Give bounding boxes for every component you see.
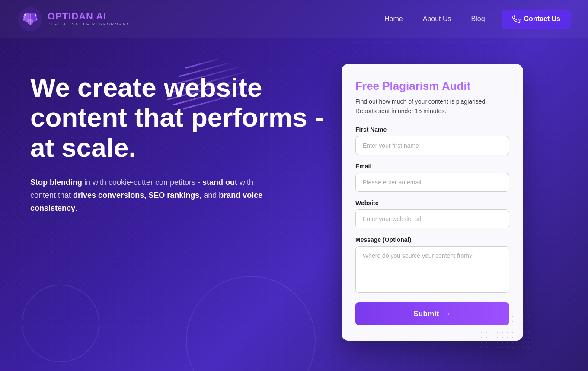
hero-body-text-6: and [201, 191, 219, 200]
submit-label: Submit [413, 310, 439, 318]
hero-left: We create website content that performs … [30, 64, 324, 215]
nav-about[interactable]: About Us [415, 12, 459, 26]
hero-section: We create website content that performs … [0, 38, 588, 371]
logo-sub: Digital Shelf Performance [48, 22, 134, 26]
message-textarea[interactable] [355, 246, 509, 293]
logo-icon [17, 6, 43, 32]
hero-body-stand-out: stand out [202, 178, 237, 187]
logo-name: OPTIDAN AI [48, 12, 134, 21]
form-card: Free Plagiarism Audit Find out how much … [342, 64, 523, 341]
navbar: OPTIDAN AI Digital Shelf Performance Hom… [0, 0, 588, 38]
email-label: Email [355, 163, 509, 170]
nav-home[interactable]: Home [377, 12, 411, 26]
hero-headline: We create website content that performs … [30, 73, 324, 162]
nav-blog[interactable]: Blog [463, 12, 493, 26]
website-group: Website [355, 200, 509, 228]
phone-icon [512, 15, 521, 23]
logo-text: OPTIDAN AI Digital Shelf Performance [48, 12, 134, 26]
hero-body-text-2: in with cookie-cutter competitors - [82, 178, 202, 187]
first-name-group: First Name [355, 126, 509, 155]
arrow-icon: → [444, 309, 451, 318]
form-subtitle: Find out how much of your content is pla… [355, 97, 509, 116]
contact-button-label: Contact Us [524, 15, 560, 23]
website-input[interactable] [355, 209, 509, 228]
message-group: Message (Optional) [355, 236, 509, 295]
hero-body-stop-blending: Stop blending [30, 178, 82, 187]
website-label: Website [355, 200, 509, 206]
hero-body-drives: drives conversions, SEO rankings, [73, 191, 201, 200]
hero-body-period: . [75, 204, 77, 212]
hero-body: Stop blending in with cookie-cutter comp… [30, 176, 272, 215]
logo[interactable]: OPTIDAN AI Digital Shelf Performance [17, 6, 134, 32]
email-input[interactable] [355, 173, 509, 192]
submit-button[interactable]: Submit → [355, 302, 509, 325]
nav-links: Home About Us Blog Contact Us [377, 10, 571, 29]
contact-button[interactable]: Contact Us [502, 10, 571, 29]
first-name-input[interactable] [355, 136, 509, 155]
form-title: Free Plagiarism Audit [355, 79, 509, 93]
message-label: Message (Optional) [355, 236, 509, 243]
first-name-label: First Name [355, 126, 509, 133]
email-group: Email [355, 163, 509, 192]
